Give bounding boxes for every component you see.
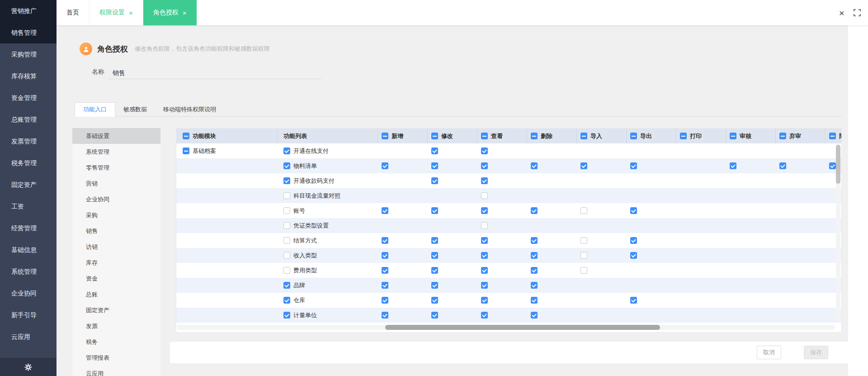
- perm-tab-1[interactable]: 功能入口: [75, 102, 115, 117]
- action-header-checkbox[interactable]: [382, 133, 388, 139]
- perm-checkbox[interactable]: [382, 207, 388, 214]
- perm-checkbox[interactable]: [431, 162, 438, 169]
- sidebar-settings-button[interactable]: [0, 358, 57, 376]
- feature-checkbox[interactable]: [283, 237, 290, 244]
- perm-checkbox[interactable]: [730, 162, 736, 169]
- category-item-16[interactable]: 云应用: [72, 366, 160, 376]
- category-item-2[interactable]: 系统管理: [72, 144, 160, 160]
- action-header-checkbox[interactable]: [531, 133, 538, 139]
- horizontal-scrollbar-thumb[interactable]: [385, 325, 660, 330]
- horizontal-scrollbar[interactable]: [177, 325, 835, 330]
- sidebar-item-6[interactable]: 总账管理: [0, 109, 57, 130]
- perm-checkbox[interactable]: [481, 267, 488, 274]
- category-item-10[interactable]: 资金: [72, 271, 160, 286]
- top-tab-2[interactable]: 权限设置×: [90, 0, 143, 25]
- sidebar-item-1[interactable]: 营销推广: [0, 0, 57, 22]
- perm-checkbox[interactable]: [481, 222, 488, 229]
- top-tab-1[interactable]: 首页: [57, 0, 90, 25]
- perm-checkbox[interactable]: [531, 207, 538, 214]
- perm-checkbox[interactable]: [531, 237, 538, 244]
- sidebar-item-4[interactable]: 库存核算: [0, 65, 57, 87]
- perm-checkbox[interactable]: [481, 237, 488, 244]
- perm-checkbox[interactable]: [431, 177, 438, 184]
- category-item-13[interactable]: 发票: [72, 318, 160, 334]
- feature-checkbox[interactable]: [283, 312, 290, 319]
- perm-checkbox[interactable]: [431, 148, 438, 154]
- sidebar-item-12[interactable]: 基础信息: [0, 239, 57, 261]
- category-item-15[interactable]: 管理报表: [72, 350, 160, 366]
- feature-checkbox[interactable]: [283, 267, 290, 274]
- feature-checkbox[interactable]: [283, 297, 290, 304]
- perm-checkbox[interactable]: [630, 252, 637, 259]
- perm-checkbox[interactable]: [382, 282, 388, 289]
- feature-checkbox[interactable]: [283, 207, 290, 214]
- feature-checkbox[interactable]: [283, 148, 290, 154]
- perm-checkbox[interactable]: [481, 282, 488, 289]
- perm-checkbox[interactable]: [431, 312, 438, 319]
- perm-tab-3[interactable]: 移动端特殊权限说明: [155, 102, 224, 116]
- feature-checkbox[interactable]: [283, 192, 290, 199]
- perm-checkbox[interactable]: [829, 162, 836, 169]
- perm-checkbox[interactable]: [382, 297, 388, 304]
- sidebar-item-14[interactable]: 企业协同: [0, 282, 57, 304]
- perm-tab-2[interactable]: 敏感数据: [115, 102, 155, 116]
- action-header-checkbox[interactable]: [779, 133, 786, 139]
- action-header-checkbox[interactable]: [431, 133, 438, 139]
- tab-close-icon[interactable]: ×: [183, 10, 187, 16]
- perm-checkbox[interactable]: [580, 267, 587, 274]
- category-item-4[interactable]: 营销: [72, 176, 160, 191]
- perm-checkbox[interactable]: [481, 252, 488, 259]
- category-item-7[interactable]: 销售: [72, 223, 160, 239]
- perm-checkbox[interactable]: [630, 207, 637, 214]
- perm-checkbox[interactable]: [580, 237, 587, 244]
- feature-checkbox[interactable]: [283, 222, 290, 229]
- perm-checkbox[interactable]: [580, 162, 587, 169]
- vertical-scrollbar-thumb[interactable]: [836, 145, 840, 184]
- category-item-12[interactable]: 固定资产: [72, 302, 160, 318]
- perm-checkbox[interactable]: [531, 267, 538, 274]
- perm-checkbox[interactable]: [431, 207, 438, 214]
- perm-checkbox[interactable]: [531, 252, 538, 259]
- sidebar-item-7[interactable]: 发票管理: [0, 130, 57, 152]
- feature-checkbox[interactable]: [283, 282, 290, 289]
- perm-checkbox[interactable]: [431, 237, 438, 244]
- perm-checkbox[interactable]: [531, 282, 538, 289]
- feature-checkbox[interactable]: [283, 162, 290, 169]
- module-header-checkbox[interactable]: [183, 133, 189, 139]
- perm-checkbox[interactable]: [382, 237, 388, 244]
- category-item-8[interactable]: 访销: [72, 239, 160, 255]
- perm-checkbox[interactable]: [382, 267, 388, 274]
- perm-checkbox[interactable]: [481, 148, 488, 154]
- sidebar-item-11[interactable]: 经营管理: [0, 217, 57, 239]
- perm-checkbox[interactable]: [779, 162, 786, 169]
- action-header-checkbox[interactable]: [680, 133, 687, 139]
- category-item-6[interactable]: 采购: [72, 207, 160, 223]
- tab-close-icon[interactable]: ×: [129, 10, 133, 16]
- perm-checkbox[interactable]: [580, 207, 587, 214]
- perm-checkbox[interactable]: [431, 297, 438, 304]
- perm-checkbox[interactable]: [580, 252, 587, 259]
- perm-checkbox[interactable]: [431, 252, 438, 259]
- top-tab-3[interactable]: 角色授权×: [143, 0, 197, 25]
- sidebar-item-9[interactable]: 固定资产: [0, 174, 57, 195]
- perm-checkbox[interactable]: [382, 312, 388, 319]
- module-group-checkbox[interactable]: [183, 148, 189, 154]
- perm-checkbox[interactable]: [531, 162, 538, 169]
- action-header-checkbox[interactable]: [730, 133, 736, 139]
- perm-checkbox[interactable]: [481, 312, 488, 319]
- perm-checkbox[interactable]: [630, 162, 637, 169]
- sidebar-item-8[interactable]: 税务管理: [0, 152, 57, 174]
- feature-checkbox[interactable]: [283, 252, 290, 259]
- action-header-checkbox[interactable]: [829, 133, 836, 139]
- perm-checkbox[interactable]: [431, 282, 438, 289]
- perm-checkbox[interactable]: [481, 297, 488, 304]
- perm-checkbox[interactable]: [431, 267, 438, 274]
- sidebar-item-3[interactable]: 采购管理: [0, 43, 57, 65]
- sidebar-item-2[interactable]: 销售管理: [0, 22, 57, 43]
- sidebar-item-15[interactable]: 新手引导: [0, 304, 57, 326]
- sidebar-item-13[interactable]: 系统管理: [0, 261, 57, 282]
- perm-checkbox[interactable]: [531, 312, 538, 319]
- perm-checkbox[interactable]: [481, 162, 488, 169]
- action-header-checkbox[interactable]: [481, 133, 488, 139]
- perm-checkbox[interactable]: [481, 177, 488, 184]
